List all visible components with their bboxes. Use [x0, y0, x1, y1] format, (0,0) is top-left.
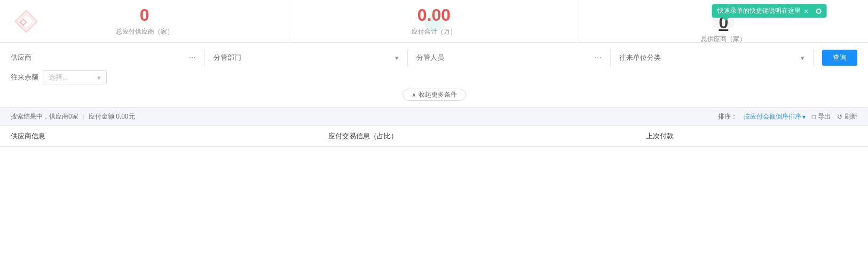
- refresh-label: 刷新: [845, 112, 857, 121]
- svg-point-5: [430, 27, 433, 33]
- filter-person: 分管人员 ···: [408, 49, 611, 66]
- stat-payable-suppliers: ◇ 0 总应付供应商（家）: [0, 0, 289, 42]
- filter-supplier: 供应商 ···: [11, 49, 205, 66]
- table-container: 供应商信息 应付交易信息（占比） 上次付款: [0, 126, 868, 275]
- stats-bar: ◇ 0 总应付供应商（家） 0.00 应付合计（万） 快速录单的快捷键说明在这里…: [0, 0, 868, 43]
- svg-text:◇: ◇: [19, 17, 27, 26]
- collapse-label: 收起更多条件: [419, 90, 457, 99]
- col-payable-info: 应付交易信息（占比）: [328, 131, 646, 141]
- result-divider: |: [83, 113, 84, 121]
- supplier-label: 供应商: [11, 53, 31, 62]
- balance-arrow: ▾: [97, 74, 101, 82]
- refresh-icon: ↺: [837, 113, 842, 121]
- balance-label: 往来余额: [11, 73, 38, 82]
- tooltip-text: 快速录单的快捷键说明在这里: [717, 6, 801, 15]
- total-suppliers-label: 总供应商（家）: [701, 35, 746, 44]
- col-supplier-info: 供应商信息: [11, 131, 328, 141]
- collapse-button[interactable]: ∧ 收起更多条件: [403, 89, 466, 101]
- person-input[interactable]: [448, 54, 595, 62]
- sort-select[interactable]: 按应付会额倒序排序 ▾: [744, 112, 806, 121]
- result-amount: 应付金额 0.00元: [89, 112, 135, 121]
- sort-arrow: ▾: [802, 113, 806, 121]
- refresh-button[interactable]: ↺ 刷新: [837, 112, 857, 121]
- sort-label: 排序：: [718, 112, 737, 121]
- result-bar: 搜索结果中，供应商0家 | 应付金额 0.00元 排序： 按应付会额倒序排序 ▾…: [0, 108, 868, 126]
- filter-unit-type: 往来单位分类 ▾: [611, 49, 814, 66]
- svg-point-6: [435, 27, 438, 33]
- unit-type-input[interactable]: [665, 54, 801, 62]
- dept-input[interactable]: [246, 54, 395, 62]
- result-summary: 搜索结果中，供应商0家: [11, 112, 78, 121]
- export-button[interactable]: □ 导出: [812, 112, 831, 121]
- filter-row-2: 往来余额 选择... ▾: [11, 70, 857, 84]
- sort-option: 按应付会额倒序排序: [744, 112, 801, 121]
- balance-placeholder: 选择...: [49, 73, 68, 82]
- filter-dept: 分管部门 ▾: [205, 49, 408, 66]
- svg-point-4: [429, 10, 439, 20]
- stat-payable-total: 0.00 应付合计（万）: [289, 0, 579, 42]
- unit-type-label: 往来单位分类: [619, 53, 661, 62]
- collapse-icon: ∧: [412, 91, 416, 99]
- supplier-dots[interactable]: ···: [189, 53, 196, 62]
- tooltip-close-button[interactable]: ×: [804, 7, 808, 15]
- collapse-bar: ∧ 收起更多条件: [11, 89, 857, 101]
- col-last-payment: 上次付款: [646, 131, 858, 141]
- query-button[interactable]: 查询: [822, 50, 857, 66]
- piggy-icon: [418, 6, 450, 36]
- table-body: [0, 147, 868, 275]
- svg-point-7: [429, 12, 433, 15]
- tooltip-bubble: 快速录单的快捷键说明在这里 ×: [712, 4, 826, 18]
- person-label: 分管人员: [416, 53, 444, 62]
- supplier-input[interactable]: [36, 54, 189, 62]
- filter-section: 供应商 ··· 分管部门 ▾ 分管人员 ··· 往来单位分类 ▾ 查询 往来余额…: [0, 43, 868, 108]
- export-label: 导出: [818, 112, 831, 121]
- export-icon: □: [812, 113, 816, 121]
- tooltip-dot: [816, 9, 821, 14]
- payable-suppliers-label: 总应付供应商（家）: [116, 27, 173, 36]
- filter-row-1: 供应商 ··· 分管部门 ▾ 分管人员 ··· 往来单位分类 ▾ 查询: [11, 49, 857, 66]
- dept-label: 分管部门: [214, 53, 241, 62]
- result-actions: 排序： 按应付会额倒序排序 ▾ □ 导出 ↺ 刷新: [718, 112, 857, 121]
- dept-arrow[interactable]: ▾: [395, 54, 399, 62]
- table-header: 供应商信息 应付交易信息（占比） 上次付款: [0, 126, 868, 147]
- diamond-icon: ◇: [13, 9, 39, 34]
- balance-select[interactable]: 选择... ▾: [43, 70, 107, 84]
- stat-total-suppliers: 快速录单的快捷键说明在这里 × 0 总供应商（家）: [579, 0, 868, 42]
- payable-suppliers-number: 0: [140, 6, 149, 25]
- person-dots[interactable]: ···: [595, 53, 602, 62]
- unit-type-arrow[interactable]: ▾: [801, 54, 804, 62]
